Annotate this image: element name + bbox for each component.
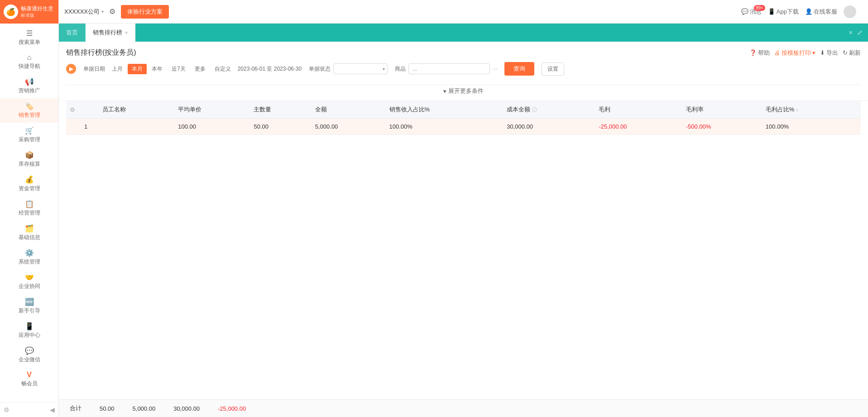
sidebar-item-wechat-label: 企业微信: [19, 356, 40, 364]
print-label: 按模板打印: [782, 49, 811, 57]
sidebar-item-purchase[interactable]: 🛒 采购管理: [0, 123, 58, 147]
sidebar-item-quick-nav[interactable]: ⌂ 快捷导航: [0, 50, 58, 74]
company-selector[interactable]: XXXXXX公司 ▾: [64, 8, 104, 16]
date-filter-group: 单据日期 上月 本月 本年 近7天 更多 自定义 2023-06-01 至 20…: [83, 64, 302, 74]
refresh-btn[interactable]: ↻ 刷新: [843, 49, 861, 57]
sidebar-item-new-guide[interactable]: 🆕 新手引导: [0, 294, 58, 318]
cell-profit-rate: -500.00%: [682, 119, 762, 135]
app-label: App下载: [777, 8, 799, 16]
logo-text: 畅康通好生意 标准版: [21, 5, 53, 19]
message-btn[interactable]: 💬 消息 99+: [741, 8, 762, 16]
app-download-btn[interactable]: 📱 App下载: [768, 8, 799, 16]
tab-home-label: 首页: [66, 29, 78, 37]
sidebar-item-marketing[interactable]: 📢 营销推广: [0, 74, 58, 98]
print-btn[interactable]: 🖨 按模板打印 ▾: [774, 49, 815, 57]
trial-btn[interactable]: 体验行业方案: [121, 5, 169, 19]
tabbar: 首页 销售排行榜 × × ⤢: [59, 24, 868, 42]
quick-nav-icon: ⌂: [27, 53, 32, 62]
vip-icon: V: [27, 371, 32, 379]
date-btn-this-month[interactable]: 本月: [128, 64, 147, 74]
goods-filter-label: 商品: [395, 65, 406, 73]
footer-qty: 50.00: [100, 405, 115, 412]
sales-icon: 🏷️: [25, 102, 34, 110]
online-support-btn[interactable]: 👤 在线客服: [805, 8, 837, 16]
avatar[interactable]: [844, 5, 856, 18]
support-icon: 👤: [805, 8, 812, 15]
sidebar-settings-btn[interactable]: ⚙: [4, 406, 10, 413]
topbar-settings-icon[interactable]: ⚙: [109, 7, 115, 16]
sidebar-item-system[interactable]: ⚙️ 系统管理: [0, 245, 58, 269]
footer-profit: -25,000.00: [218, 405, 246, 412]
search-order-icon: ☰: [26, 29, 33, 38]
support-label: 在线客服: [814, 8, 837, 16]
print-arrow-icon: ▾: [812, 49, 815, 56]
col-amount: 全额: [312, 101, 386, 119]
sidebar-item-app-center[interactable]: 📱 应用中心: [0, 318, 58, 343]
footer-amount: 5,000.00: [133, 405, 156, 412]
sidebar-item-vip[interactable]: V 畅会员: [0, 367, 58, 391]
sidebar-item-search-order[interactable]: ☰ 搜索菜单: [0, 25, 58, 50]
footer-label: 合计: [70, 404, 82, 412]
expand-more-conditions-btn[interactable]: ▾ 展开更多条件: [443, 87, 484, 95]
date-buttons: 上月 本月 本年 近7天 更多 自定义: [108, 64, 235, 74]
sidebar-item-guide-label: 新手引导: [19, 307, 40, 315]
sidebar-item-sales[interactable]: 🏷️ 销售管理: [0, 98, 58, 123]
filter-expand-btn[interactable]: ▶: [66, 64, 76, 74]
new-guide-icon: 🆕: [25, 297, 34, 306]
cell-qty: 50.00: [250, 119, 311, 135]
filter-settings-btn[interactable]: 设置: [542, 62, 564, 76]
col-sales-pct: 销售收入占比%: [386, 101, 504, 119]
date-btn-custom[interactable]: 自定义: [211, 64, 235, 74]
sidebar-item-purchase-label: 采购管理: [19, 136, 40, 144]
export-btn[interactable]: ⬇ 导出: [820, 49, 838, 57]
tab-sales-ranking[interactable]: 销售排行榜 ×: [86, 24, 135, 42]
status-select[interactable]: [333, 63, 388, 74]
message-icon: 💬: [741, 8, 748, 15]
sidebar-item-system-label: 系统管理: [19, 258, 40, 266]
sidebar-collapse-btn[interactable]: ◀: [50, 406, 55, 413]
date-btn-more[interactable]: 更多: [191, 64, 210, 74]
app-center-icon: 📱: [25, 322, 34, 331]
tab-close-icon[interactable]: ×: [125, 30, 128, 35]
query-btn[interactable]: 查询: [504, 62, 534, 76]
sidebar-item-enterprise-wechat[interactable]: 💬 企业微信: [0, 343, 58, 367]
page-title: 销售排行榜(按业务员): [66, 48, 136, 58]
sidebar-item-quick-label: 快捷导航: [19, 62, 40, 70]
date-btn-last-month[interactable]: 上月: [108, 64, 127, 74]
date-btn-7days[interactable]: 近7天: [168, 64, 190, 74]
col-settings[interactable]: ⚙: [66, 101, 81, 119]
help-icon: ❓: [749, 49, 757, 56]
sidebar-item-operations-label: 经营管理: [19, 209, 40, 217]
sidebar-item-basic-label: 基础信息: [19, 234, 40, 241]
refresh-icon: ↻: [843, 49, 848, 56]
cell-amount: 5,000.00: [312, 119, 386, 135]
goods-input[interactable]: [408, 63, 490, 74]
topbar-right: 💬 消息 99+ 📱 App下载 👤 在线客服: [741, 5, 863, 18]
sidebar-item-enterprise-coop[interactable]: 🤝 企业协同: [0, 269, 58, 294]
sidebar-item-finance[interactable]: 💰 资金管理: [0, 172, 58, 196]
window-maximize-btn[interactable]: ⤢: [857, 29, 863, 36]
sidebar-bottom: ⚙ ◀: [0, 402, 58, 417]
export-label: 导出: [826, 49, 838, 57]
date-btn-this-year[interactable]: 本年: [148, 64, 167, 74]
col-qty: 主数量: [250, 101, 311, 119]
company-name: XXXXXX公司: [64, 8, 100, 16]
help-btn[interactable]: ❓ 帮助: [749, 49, 770, 57]
help-label: 帮助: [758, 49, 770, 57]
cost-info-icon: ⓘ: [532, 107, 537, 112]
tab-home[interactable]: 首页: [59, 24, 86, 42]
sidebar-item-operations[interactable]: 📋 经营管理: [0, 196, 58, 220]
sidebar-item-basic-info[interactable]: 🗂️ 基础信息: [0, 220, 58, 245]
export-icon: ⬇: [820, 49, 825, 56]
message-badge: 99+: [754, 5, 765, 11]
marketing-icon: 📢: [25, 77, 34, 86]
enterprise-wechat-icon: 💬: [25, 346, 34, 355]
window-close-btn[interactable]: ×: [849, 29, 853, 36]
goods-more-btn[interactable]: ···: [493, 66, 497, 72]
page: 销售排行榜(按业务员) ❓ 帮助 🖨 按模板打印 ▾ ⬇ 导出: [59, 42, 868, 417]
sidebar-item-inventory[interactable]: 📦 库存核算: [0, 147, 58, 172]
cell-profit: -25,000.00: [595, 119, 682, 135]
inventory-icon: 📦: [25, 151, 34, 159]
sidebar-nav: ☰ 搜索菜单 ⌂ 快捷导航 📢 营销推广 🏷️ 销售管理 🛒 采购管理 📦 库存…: [0, 24, 58, 402]
cell-profit-pct: 100.00%: [762, 119, 861, 135]
